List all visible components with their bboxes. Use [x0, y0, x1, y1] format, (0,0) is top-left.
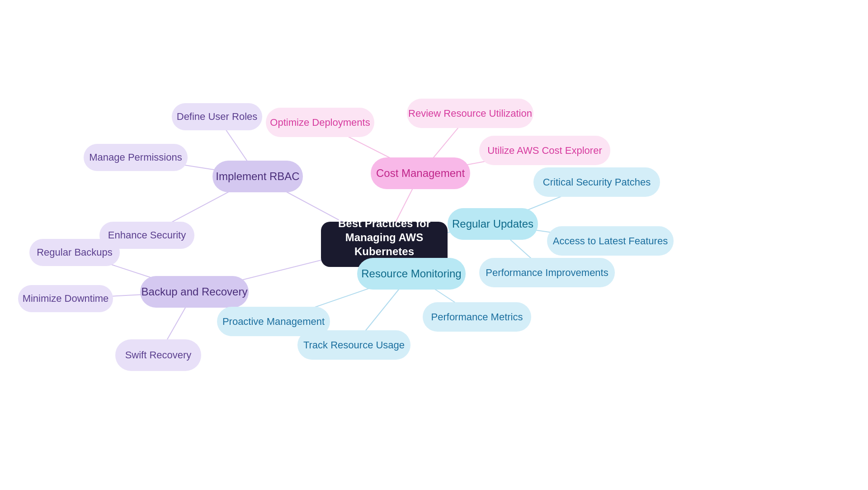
node-track-resource-usage[interactable]: Track Resource Usage: [297, 330, 410, 360]
mindmap-container: Best Practices for Managing AWS Kubernet…: [0, 0, 868, 490]
node-minimize-downtime[interactable]: Minimize Downtime: [18, 285, 113, 312]
node-review-resource-utilization[interactable]: Review Resource Utilization: [407, 99, 533, 128]
node-define-user-roles[interactable]: Define User Roles: [172, 103, 262, 130]
node-utilize-aws-cost-explorer[interactable]: Utilize AWS Cost Explorer: [479, 136, 610, 165]
node-regular-backups[interactable]: Regular Backups: [29, 239, 120, 266]
node-manage-permissions[interactable]: Manage Permissions: [84, 144, 188, 171]
node-resource-monitoring[interactable]: Resource Monitoring: [357, 258, 466, 290]
node-performance-metrics[interactable]: Performance Metrics: [423, 302, 531, 332]
node-backup-and-recovery[interactable]: Backup and Recovery: [140, 276, 249, 308]
node-performance-improvements[interactable]: Performance Improvements: [479, 258, 615, 287]
node-cost-management[interactable]: Cost Management: [371, 157, 470, 189]
node-critical-security-patches[interactable]: Critical Security Patches: [533, 167, 660, 197]
node-regular-updates[interactable]: Regular Updates: [448, 208, 538, 240]
node-swift-recovery[interactable]: Swift Recovery: [115, 339, 201, 371]
node-access-to-latest-features[interactable]: Access to Latest Features: [547, 226, 674, 256]
node-optimize-deployments[interactable]: Optimize Deployments: [266, 108, 374, 137]
node-implement-rbac[interactable]: Implement RBAC: [212, 161, 303, 192]
